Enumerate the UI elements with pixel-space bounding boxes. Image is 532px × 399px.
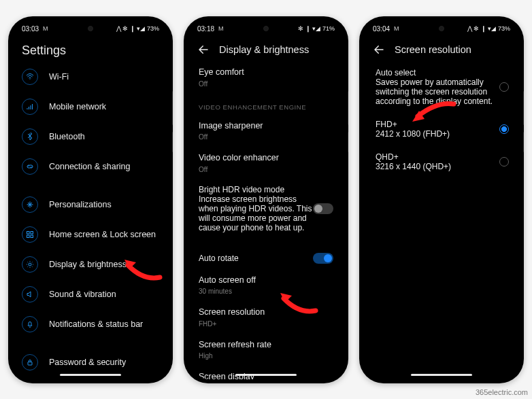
svg-rect-6: [28, 362, 32, 366]
wifi-icon: [22, 69, 38, 85]
settings-item-label: Mobile network: [49, 102, 106, 111]
settings-content[interactable]: Eye comfort Off VIDEO ENHANCEMENT ENGINE…: [188, 61, 344, 379]
front-camera-icon: [439, 26, 444, 31]
settings-item-volume[interactable]: Sound & vibration: [12, 279, 169, 309]
row-eye-comfort[interactable]: Eye comfort Off: [188, 61, 344, 94]
settings-item-label: Connection & sharing: [49, 162, 131, 171]
settings-item-shield[interactable]: Privacy: [12, 377, 169, 379]
settings-content[interactable]: Auto select Saves power by automatically…: [363, 61, 520, 379]
settings-item-label: Display & brightness: [49, 260, 127, 269]
settings-item-lock[interactable]: Password & security: [12, 347, 169, 377]
toggle-auto-rotate[interactable]: [313, 253, 333, 264]
settings-item-sparkle[interactable]: Personalizations: [12, 190, 169, 220]
svg-point-0: [30, 79, 31, 80]
phone-1-settings: 03:03 M ⋀ ✻ ❙ ▾◢ 73% Settings Wi-FiMobil…: [8, 16, 173, 383]
settings-item-sun[interactable]: Display & brightness: [12, 249, 169, 279]
settings-item-bell[interactable]: Notifications & status bar: [12, 309, 169, 339]
radio-auto[interactable]: [499, 82, 509, 92]
settings-item-label: Sound & vibration: [49, 290, 116, 299]
sparkle-icon: [22, 196, 38, 213]
svg-rect-3: [27, 235, 30, 238]
status-left-icon: M: [218, 25, 224, 32]
sun-icon: [22, 256, 38, 273]
row-screen-resolution[interactable]: Screen resolution FHD+: [188, 301, 344, 334]
settings-item-bluetooth[interactable]: Bluetooth: [12, 122, 169, 152]
settings-item-label: Home screen & Lock screen: [49, 230, 156, 239]
bluetooth-icon: [22, 128, 38, 145]
row-image-sharpener[interactable]: Image sharpener Off: [188, 115, 344, 148]
signal-icon: [22, 99, 38, 115]
status-right-icons: ⋀ ✻ ❙ ▾◢ 73%: [467, 25, 510, 32]
settings-item-link[interactable]: Connection & sharing: [12, 152, 169, 181]
row-video-color-enhancer[interactable]: Video color enhancer Off: [188, 147, 344, 179]
page-header: Screen resolution: [363, 37, 520, 61]
settings-item-label: Bluetooth: [49, 132, 85, 141]
settings-item-wifi[interactable]: Wi-Fi: [12, 62, 169, 92]
phone-2-display: 03:18 M ✻ ❙ ▾◢ 71% Display & brightness …: [184, 16, 348, 383]
grid-icon: [22, 226, 38, 243]
phone-3-resolution: 03:04 M ⋀ ✻ ❙ ▾◢ 73% Screen resolution A…: [359, 16, 524, 383]
back-button[interactable]: [373, 44, 385, 56]
clock: 03:04: [373, 25, 390, 33]
clock: 03:03: [22, 25, 39, 33]
volume-icon: [22, 286, 38, 302]
settings-item-label: Notifications & status bar: [49, 319, 143, 329]
front-camera-icon: [88, 26, 93, 31]
home-indicator[interactable]: [60, 374, 121, 376]
svg-rect-1: [27, 232, 30, 235]
settings-item-label: Wi-Fi: [49, 72, 69, 82]
row-screen-display[interactable]: Screen display: [188, 366, 344, 379]
page-title: Screen resolution: [395, 44, 471, 55]
row-bright-hdr[interactable]: Bright HDR video mode Increase screen br…: [188, 179, 344, 238]
radio-qhd[interactable]: [499, 157, 509, 167]
option-fhd[interactable]: FHD+ 2412 x 1080 (FHD+): [363, 113, 520, 145]
page-header: Display & brightness: [188, 37, 344, 61]
toggle-hdr[interactable]: [313, 203, 333, 214]
option-auto-select[interactable]: Auto select Saves power by automatically…: [363, 61, 520, 113]
settings-item-label: Password & security: [49, 358, 126, 367]
status-left-icon: M: [43, 25, 48, 32]
svg-point-5: [29, 263, 31, 266]
page-header: Settings: [12, 37, 169, 62]
front-camera-icon: [263, 26, 269, 31]
status-left-icon: M: [394, 25, 399, 32]
settings-list[interactable]: Wi-FiMobile networkBluetoothConnection &…: [12, 62, 169, 379]
bell-icon: [22, 316, 38, 332]
settings-item-signal[interactable]: Mobile network: [12, 92, 169, 122]
settings-item-grid[interactable]: Home screen & Lock screen: [12, 220, 169, 249]
page-title: Display & brightness: [219, 44, 309, 55]
home-indicator[interactable]: [411, 374, 472, 376]
section-header: VIDEO ENHANCEMENT ENGINE: [188, 94, 344, 115]
watermark: 365electric.com: [476, 388, 528, 396]
status-right-icons: ⋀ ✻ ❙ ▾◢ 73%: [116, 25, 159, 32]
lock-icon: [22, 354, 38, 370]
row-auto-rotate[interactable]: Auto rotate: [188, 247, 344, 269]
settings-item-label: Personalizations: [49, 200, 112, 209]
page-title: Settings: [22, 44, 66, 58]
home-indicator[interactable]: [235, 374, 297, 376]
option-qhd[interactable]: QHD+ 3216 x 1440 (QHD+): [363, 145, 520, 178]
svg-rect-4: [31, 235, 33, 238]
clock: 03:18: [197, 25, 214, 33]
back-button[interactable]: [197, 44, 210, 56]
status-right-icons: ✻ ❙ ▾◢ 71%: [298, 25, 335, 32]
row-refresh-rate[interactable]: Screen refresh rate High: [188, 334, 344, 366]
link-icon: [22, 158, 38, 175]
radio-fhd[interactable]: [499, 124, 509, 134]
svg-rect-2: [31, 232, 33, 235]
row-auto-screen-off[interactable]: Auto screen off 30 minutes: [188, 269, 344, 302]
